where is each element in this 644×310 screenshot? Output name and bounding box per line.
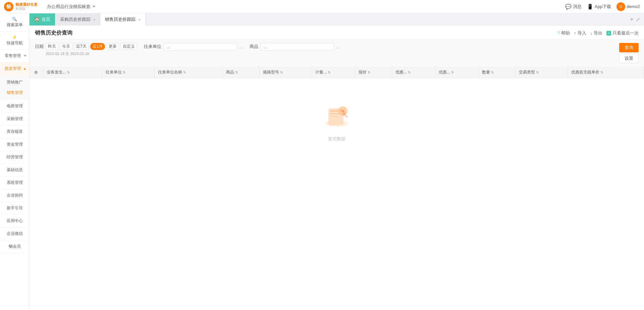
sidebar-item-label: 企业微信 xyxy=(7,231,23,237)
company-selector[interactable]: 办公用品行业模拟账套 xyxy=(47,4,95,10)
only-latest-checkbox[interactable]: ✓ 只看最后一次 xyxy=(606,30,639,36)
col-trade-type: 交易类型 ⇅ xyxy=(515,67,568,78)
counterpart-filter-label: 往来单位 xyxy=(144,43,161,50)
filter-bar: 日期 昨天 今天 近7天 近1月 更多 自定义 2023-02-18 至 202… xyxy=(30,40,644,67)
col-counterpart-name: 往来单位名称 ⇅ xyxy=(154,67,222,78)
table-container: ⚙ 业务发生... ⇅ 往来单位 xyxy=(30,67,644,310)
date-btn-custom[interactable]: 自定义 xyxy=(120,43,137,50)
app-download-label: App下载 xyxy=(595,4,611,10)
data-table: ⚙ 业务发生... ⇅ 往来单位 xyxy=(30,67,644,78)
date-btn-more[interactable]: 更多 xyxy=(106,43,119,50)
sidebar-item-ecommerce[interactable]: 电商管理 xyxy=(0,100,29,113)
col-spec: 规格型号 ⇅ xyxy=(259,67,312,78)
sidebar-item-inventory[interactable]: 库存核算 xyxy=(0,125,29,138)
sidebar-item-apps[interactable]: 应用中心 xyxy=(0,215,29,227)
sidebar-item-retail[interactable]: 零售管理 xyxy=(0,50,29,62)
retail-expand-icon xyxy=(24,55,26,57)
product-filter-group: 商品 ... xyxy=(250,43,340,51)
col-unit: 计量... ⇅ xyxy=(312,67,355,78)
quicknav-icon: ⚡ xyxy=(12,35,17,40)
page-title: 销售历史价查询 xyxy=(35,30,72,37)
sidebar-item-label: 零售管理 xyxy=(3,53,22,59)
col-product: 商品 ⇅ xyxy=(223,67,260,78)
message-btn[interactable]: 💬 消息 xyxy=(565,4,582,10)
help-btn[interactable]: ? 帮助 xyxy=(557,30,570,36)
top-bar: 畅 畅捷通好生意 标准版 办公用品行业模拟账套 💬 消息 📱 App下载 D d… xyxy=(0,0,644,13)
import-btn[interactable]: ↑ 导入 xyxy=(574,30,586,36)
sidebar-item-member[interactable]: 畅会员 xyxy=(0,240,29,253)
tab-close-sales[interactable]: × xyxy=(138,17,140,21)
sort-icon: ⇅ xyxy=(123,70,125,74)
tab-label: 首页 xyxy=(42,16,50,22)
sidebar-item-search[interactable]: 🔍 搜索菜单 xyxy=(0,13,29,32)
logo-text: 畅捷通好生意 标准版 xyxy=(15,2,38,11)
message-icon: 💬 xyxy=(565,4,572,10)
date-btn-7days[interactable]: 近7天 xyxy=(74,43,89,50)
home-icon: 🏠 xyxy=(34,17,40,22)
sidebar-item-finance[interactable]: 资金管理 xyxy=(0,138,29,151)
sidebar-item-purchase[interactable]: 采购管理 xyxy=(0,113,29,125)
user-menu[interactable]: D demo2 xyxy=(616,2,640,11)
sort-icon: ⇅ xyxy=(491,70,494,74)
sidebar-item-label: 批发管理 xyxy=(3,66,22,71)
sidebar-item-marketing[interactable]: 营销推广 xyxy=(0,77,29,88)
sort-icon: ⇅ xyxy=(235,70,238,74)
date-btn-today[interactable]: 今天 xyxy=(60,43,72,50)
sidebar-item-label: 基础信息 xyxy=(7,167,23,173)
logo-icon: 畅 xyxy=(4,2,13,11)
export-btn[interactable]: ↓ 导出 xyxy=(590,30,603,36)
logo-area: 畅 畅捷通好生意 标准版 xyxy=(4,2,38,11)
settings-button[interactable]: 设置 xyxy=(619,54,639,63)
tab-sales-history[interactable]: 销售历史价跟踪 × xyxy=(100,13,145,25)
top-bar-left: 畅 畅捷通好生意 标准版 办公用品行业模拟账套 xyxy=(4,2,95,11)
product-dots: ... xyxy=(336,44,340,49)
sidebar-item-system[interactable]: 系统管理 xyxy=(0,176,29,189)
tab-home[interactable]: 🏠 首页 xyxy=(30,13,55,25)
date-filter-group: 日期 昨天 今天 近7天 近1月 更多 自定义 2023-02-18 至 202… xyxy=(35,43,137,56)
date-btn-yesterday[interactable]: 昨天 xyxy=(46,43,58,50)
counterpart-input[interactable] xyxy=(163,43,237,51)
sidebar-item-label: 快捷导航 xyxy=(7,40,23,46)
sort-icon: ⇅ xyxy=(183,70,186,74)
sidebar-item-label: 库存核算 xyxy=(7,129,23,135)
sidebar-item-guide[interactable]: 新手引导 xyxy=(0,202,29,215)
sidebar-item-enterprise[interactable]: 企业协同 xyxy=(0,189,29,202)
col-pretax-price: 优惠前无税单价 ⇅ xyxy=(568,67,644,78)
sidebar-item-label: 畅会员 xyxy=(9,244,21,249)
sort-icon: ⇅ xyxy=(368,70,370,74)
sidebar-item-label: 应用中心 xyxy=(7,218,23,224)
tab-bar-actions: × ⤢ xyxy=(630,16,644,22)
app-download-btn[interactable]: 📱 App下载 xyxy=(587,4,611,10)
sidebar-item-basic[interactable]: 基础信息 xyxy=(0,164,29,176)
sidebar-item-wechat[interactable]: 企业微信 xyxy=(0,227,29,240)
sidebar-sub-marketing: 营销推广 销售管理 xyxy=(0,75,29,100)
date-btn-1month[interactable]: 近1月 xyxy=(90,43,105,50)
tab-close-all-icon[interactable]: × xyxy=(630,16,633,22)
sidebar-item-operation[interactable]: 经营管理 xyxy=(0,151,29,164)
counterpart-filter-group: 往来单位 ... xyxy=(144,43,243,51)
export-icon: ↓ xyxy=(590,31,593,36)
sidebar-item-label: 电商管理 xyxy=(7,103,23,109)
sidebar-item-label: 系统管理 xyxy=(7,180,23,186)
tab-maximize-icon[interactable]: ⤢ xyxy=(636,17,640,22)
counterpart-input-group: ... xyxy=(163,43,243,51)
settings-gear-icon[interactable]: ⚙ xyxy=(34,70,38,75)
tab-close-purchase[interactable]: × xyxy=(93,17,95,21)
main-layout: 🔍 搜索菜单 ⚡ 快捷导航 零售管理 批发管理 ▲ 营销推广 销售管理 电商管理 xyxy=(0,13,644,310)
col-quote: 报价 ⇅ xyxy=(355,67,392,78)
svg-rect-3 xyxy=(330,113,339,114)
tab-label: 销售历史价跟踪 xyxy=(105,16,136,22)
product-input[interactable] xyxy=(260,43,334,51)
page-header: 销售历史价查询 ? 帮助 ↑ 导入 ↓ 导出 ✓ xyxy=(30,25,644,40)
counterpart-dots: ... xyxy=(239,44,243,49)
sidebar-item-quicknav[interactable]: ⚡ 快捷导航 xyxy=(0,32,29,50)
query-button[interactable]: 查询 xyxy=(619,43,639,52)
search-icon: 🔍 xyxy=(12,17,17,21)
sidebar-item-wholesale[interactable]: 批发管理 ▲ xyxy=(0,62,29,75)
empty-text: 暂无数据 xyxy=(328,136,345,142)
date-range-text: 2023-02-18 至 2023-03-18 xyxy=(46,51,137,56)
tab-bar: 🏠 首页 采购历史价跟踪 × 销售历史价跟踪 × × ⤢ xyxy=(30,13,644,25)
sidebar-item-label: 经营管理 xyxy=(7,154,23,160)
sidebar-item-sales-mgmt[interactable]: 销售管理 xyxy=(0,88,29,98)
tab-purchase-history[interactable]: 采购历史价跟踪 × xyxy=(55,13,100,25)
